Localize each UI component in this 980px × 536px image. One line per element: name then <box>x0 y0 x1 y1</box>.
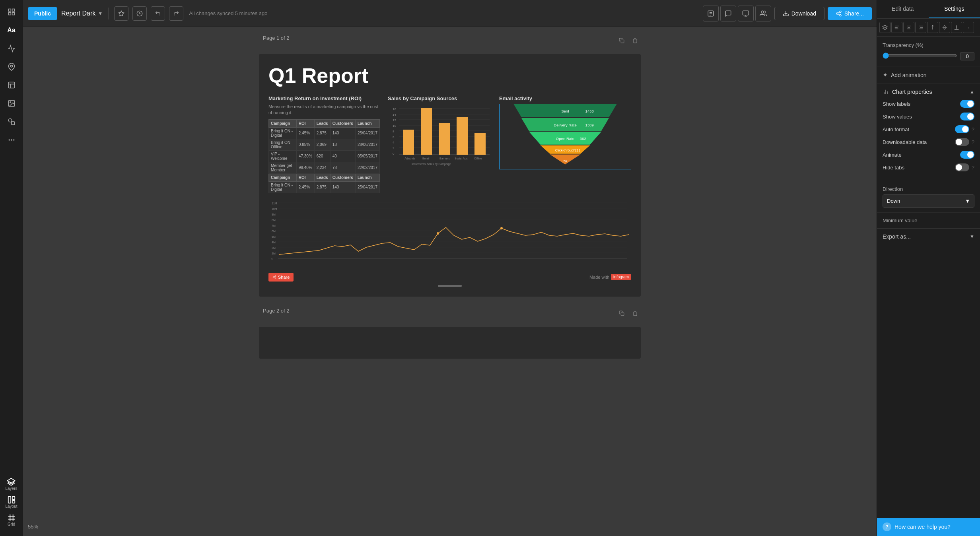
direction-select[interactable]: Down ▼ <box>883 194 974 208</box>
report-title-dropdown[interactable]: Report Dark ▼ <box>61 10 103 17</box>
animate-toggle[interactable] <box>960 151 974 159</box>
undo-btn[interactable] <box>151 6 165 21</box>
sidebar-icon-home[interactable] <box>4 4 19 20</box>
svg-rect-1 <box>12 9 14 12</box>
transparency-slider[interactable] <box>883 52 957 59</box>
animate-knob <box>967 151 974 158</box>
table-cell: Bring it ON - Digital <box>269 127 297 139</box>
help-bar[interactable]: ? How can we help you? <box>877 518 980 536</box>
show-labels-toggle[interactable] <box>960 100 974 108</box>
table-cell: 05/05/2017 <box>355 150 379 162</box>
roi-section: Marketing Return on Investment (ROI) Mea… <box>268 95 380 193</box>
sidebar-icon-location[interactable] <box>4 59 19 75</box>
sidebar-grid-btn[interactable]: Grid <box>5 511 18 529</box>
tool-valign-bottom[interactable] <box>951 22 962 33</box>
zoom-indicator: 55% <box>28 524 38 530</box>
tool-valign-middle[interactable] <box>939 22 950 33</box>
hide-tabs-toggle[interactable] <box>955 163 969 171</box>
layers-group: Layers Layout Grid <box>3 475 19 532</box>
svg-line-110 <box>274 276 275 277</box>
layout-label: Layout <box>5 504 17 509</box>
table-cell: 28/06/2017 <box>355 139 379 150</box>
svg-rect-16 <box>8 497 10 503</box>
svg-rect-59 <box>439 123 450 155</box>
auto-format-toggle[interactable] <box>955 125 969 133</box>
direction-section: Direction Down ▼ <box>877 181 980 213</box>
bar-chart-title: Sales by Campaign Sources <box>388 95 491 101</box>
tab-edit-data[interactable]: Edit data <box>877 0 929 18</box>
page1-delete-btn[interactable] <box>630 35 641 46</box>
slider-container <box>883 52 957 60</box>
svg-rect-57 <box>403 130 414 155</box>
show-values-toggle[interactable] <box>960 113 974 120</box>
bar-chart-container: 16 14 12 10 8 6 4 2 0 <box>388 105 491 168</box>
preview-btn[interactable] <box>738 6 754 21</box>
tool-align-center[interactable] <box>903 22 914 33</box>
download-button[interactable]: Download <box>774 7 824 20</box>
tool-align-left[interactable] <box>891 22 902 33</box>
grid-label: Grid <box>8 522 15 526</box>
table-row: Member get Member98.40%2,2347822/02/2017 <box>269 162 380 173</box>
svg-point-105 <box>500 227 503 229</box>
svg-rect-0 <box>8 9 11 12</box>
share-small-btn[interactable]: Share <box>268 273 294 282</box>
hide-tabs-help-icon[interactable]: ? <box>972 165 974 171</box>
sidebar-layout-btn[interactable]: Layout <box>3 493 19 511</box>
transparency-row: 0 <box>883 52 974 60</box>
share-button[interactable]: Share... <box>828 7 872 20</box>
table-cell: 2.45% <box>296 181 314 193</box>
add-animation-btn[interactable]: ✦ Add animation <box>877 66 980 84</box>
tool-layers[interactable] <box>879 22 891 33</box>
th-roi: ROI <box>296 119 314 127</box>
downloadable-help-icon[interactable]: ? <box>972 139 974 145</box>
panel-tabs: Edit data Settings <box>877 0 980 19</box>
svg-text:6: 6 <box>393 135 395 139</box>
page1-container[interactable]: Q1 Report Marketing Return on Investment… <box>259 54 641 297</box>
page2-delete-btn[interactable] <box>630 308 641 319</box>
comments-btn[interactable] <box>720 6 736 21</box>
export-section[interactable]: Export as... ▼ <box>877 228 980 245</box>
public-button[interactable]: Public <box>28 7 57 20</box>
notes-btn[interactable] <box>703 6 719 21</box>
sidebar-layers-btn[interactable]: Layers <box>3 475 19 493</box>
svg-point-13 <box>11 139 12 140</box>
svg-rect-61 <box>474 133 486 155</box>
team-btn[interactable] <box>755 6 771 21</box>
table-row: Bring it ON - Digital2.45%2,87514025/04/… <box>269 181 380 193</box>
page2-label: Page 2 of 2 <box>263 308 290 314</box>
redo-btn[interactable] <box>169 6 183 21</box>
page1-duplicate-btn[interactable] <box>616 35 627 46</box>
scroll-thumb <box>438 285 462 287</box>
sidebar-icon-chart[interactable] <box>4 41 19 56</box>
sidebar-icon-shapes[interactable] <box>4 114 19 130</box>
sidebar-icon-text[interactable]: Aa <box>4 22 19 38</box>
table-row: Bring it ON - Offline0.85%2,0691828/06/2… <box>269 139 380 150</box>
table-cell: 25/04/2017 <box>355 127 379 139</box>
svg-rect-38 <box>621 40 624 43</box>
history-btn[interactable] <box>132 6 147 21</box>
tool-valign-top[interactable] <box>927 22 938 33</box>
downloadable-toggle[interactable] <box>955 138 969 146</box>
svg-text:Adwords: Adwords <box>404 157 416 160</box>
page2-container[interactable] <box>259 327 641 359</box>
svg-point-31 <box>761 11 763 13</box>
chart-props-header[interactable]: Chart properties ▲ <box>883 89 974 95</box>
canvas-area[interactable]: Page 1 of 2 Q1 Report Marketing Return o… <box>23 27 877 536</box>
tab-settings[interactable]: Settings <box>929 0 980 18</box>
sidebar-icon-image[interactable] <box>4 95 19 111</box>
design-btn[interactable] <box>114 6 128 21</box>
tool-align-right[interactable] <box>915 22 926 33</box>
infogram-badge: infogram <box>611 274 631 280</box>
sidebar-icon-more[interactable] <box>4 132 19 148</box>
tool-more[interactable]: ⋮ <box>963 22 974 33</box>
svg-text:211: 211 <box>575 148 581 152</box>
sidebar-icon-layout[interactable] <box>4 77 19 93</box>
svg-text:8: 8 <box>393 130 395 133</box>
auto-format-help-icon[interactable]: ? <box>972 126 974 132</box>
svg-text:2: 2 <box>393 146 395 150</box>
chart-props-title-row: Chart properties <box>883 89 932 95</box>
page2-duplicate-btn[interactable] <box>616 308 627 319</box>
hide-tabs-label: Hide tabs <box>883 165 904 171</box>
table-cell: 2,875 <box>314 127 330 139</box>
svg-text:1389: 1389 <box>585 123 594 127</box>
